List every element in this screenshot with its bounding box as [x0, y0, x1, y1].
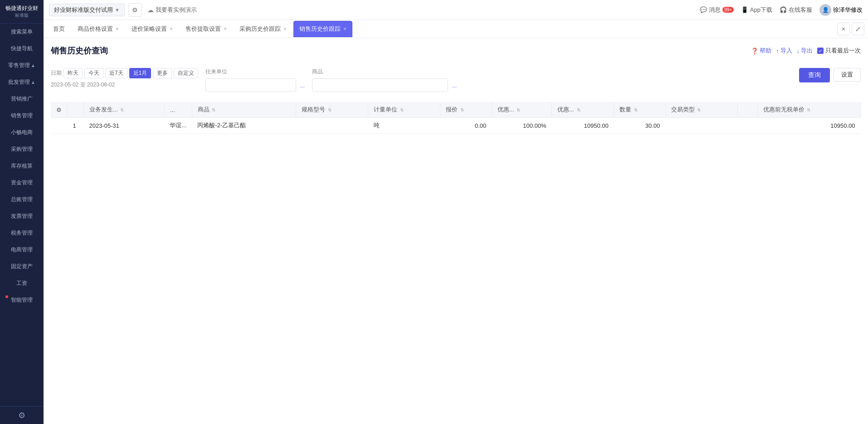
col-price[interactable]: 报价 ⇅ [440, 102, 492, 118]
tab-maximize-button[interactable]: ⤢ [852, 23, 864, 35]
date-btn-last7[interactable]: 近7天 [105, 68, 127, 78]
sidebar-item-tax[interactable]: 税务管理 [0, 225, 44, 241]
tab-sale-pickup-close-icon[interactable]: × [224, 26, 227, 32]
sidebar-label-purchase: 采购管理 [11, 145, 33, 153]
cell-product: 丙烯酸-2-乙基己酯 [192, 118, 296, 134]
sidebar-label-salary: 工资 [16, 279, 27, 287]
sidebar-item-purchase[interactable]: 采购管理 [0, 141, 44, 158]
sort-discount-rate-icon: ⇅ [517, 107, 520, 112]
tab-price-setting-close-icon[interactable]: × [116, 26, 119, 32]
col-product[interactable]: 商品 ⇅ [192, 102, 296, 118]
tab-pricing-strategy[interactable]: 进价策略设置 × [126, 21, 179, 37]
sidebar-item-ecommerce[interactable]: 电商管理 [0, 241, 44, 258]
tab-price-setting-label: 商品价格设置 [78, 25, 113, 33]
col-settings[interactable]: ⚙ [51, 102, 68, 118]
sort-pretax-price-icon: ⇅ [807, 107, 810, 112]
sidebar-item-account[interactable]: 总账管理 [0, 191, 44, 208]
user-info[interactable]: 👤 徐泽华修改 [819, 4, 863, 16]
sidebar-item-xiaochange[interactable]: 小畅电商 [0, 124, 44, 141]
col-seq [68, 102, 84, 118]
workspace-selector[interactable]: 好业财标准版交付试用 ▼ [49, 4, 125, 16]
workspace-selector-arrow-icon: ▼ [115, 7, 120, 13]
tab-purchase-history-label: 采购历史价跟踪 [239, 25, 281, 33]
tab-home[interactable]: 首页 [47, 21, 71, 37]
settings-button[interactable]: 设置 [834, 68, 861, 82]
sidebar-label-account: 总账管理 [11, 196, 33, 203]
message-button[interactable]: 💬 消息 99+ [700, 6, 734, 14]
col-discount-rate[interactable]: 优惠... ⇅ [492, 102, 551, 118]
export-link[interactable]: ↓ 导出 [797, 47, 813, 55]
date-btn-custom[interactable]: 自定义 [174, 68, 198, 78]
col-quantity[interactable]: 数量 ⇅ [614, 102, 665, 118]
tab-purchase-history-close-icon[interactable]: × [283, 26, 287, 32]
sidebar-label-invoice: 发票管理 [11, 212, 33, 220]
col-pretax-price[interactable]: 优惠前无税单价 ⇅ [757, 102, 860, 118]
sidebar-item-assets[interactable]: 固定资产 [0, 258, 44, 275]
settings-icon: ⚙ [18, 411, 25, 420]
date-btn-more[interactable]: 更多 [153, 68, 172, 78]
sidebar-item-marketing[interactable]: 营销推广 [0, 91, 44, 107]
sidebar-item-retail[interactable]: 零售管理 ▲ [0, 57, 44, 74]
date-btn-yesterday[interactable]: 昨天 [63, 68, 83, 78]
col-more[interactable]: ... [164, 102, 192, 118]
col-biz-date[interactable]: 业务发生... ⇅ [84, 102, 165, 118]
topbar-settings-button[interactable]: ⚙ [128, 3, 142, 17]
app-download-label: App下载 [750, 6, 772, 14]
tab-price-setting[interactable]: 商品价格设置 × [72, 21, 125, 37]
sidebar-item-salary[interactable]: 工资 [0, 275, 44, 292]
sidebar-item-quicknav[interactable]: 快捷导航 [0, 40, 44, 57]
col-unit-label: 计量单位 [374, 106, 397, 113]
col-spec[interactable]: 规格型号 ⇅ [296, 102, 368, 118]
sidebar-item-search[interactable]: 搜索菜单 [0, 24, 44, 40]
main-area: 好业财标准版交付试用 ▼ ⚙ ☁ 我要看实例演示 💬 消息 99+ 📱 App下… [44, 0, 868, 424]
source-unit-input[interactable] [205, 78, 296, 92]
date-btn-last1m[interactable]: 近1月 [129, 68, 151, 78]
cell-biz-date: 2023-05-31 [84, 118, 165, 134]
app-download-button[interactable]: 📱 App下载 [741, 6, 772, 14]
content-area: 销售历史价查询 ❓ 帮助 ↑ 导入 ↓ 导出 ✓ 只看最后一次 [44, 38, 868, 424]
last-only-checkbox[interactable]: ✓ 只看最后一次 [817, 47, 861, 55]
sidebar-item-smart[interactable]: 智能管理 [0, 292, 44, 308]
tab-home-label: 首页 [53, 25, 65, 33]
col-spec-label: 规格型号 [302, 106, 325, 113]
demo-link[interactable]: ☁ 我要看实例演示 [147, 6, 197, 14]
sort-product-icon: ⇅ [212, 107, 215, 112]
sidebar-label-smart: 智能管理 [11, 296, 33, 304]
sidebar-settings-button[interactable]: ⚙ [0, 406, 44, 424]
sidebar-item-inventory[interactable]: 库存核算 [0, 158, 44, 174]
tab-sales-history-close-icon[interactable]: × [343, 26, 346, 32]
sidebar-item-wholesale[interactable]: 批发管理 ▲ [0, 74, 44, 91]
tab-sale-pickup-label: 售价提取设置 [185, 25, 221, 33]
source-unit-more-button[interactable]: ... [300, 82, 305, 89]
tab-sale-pickup[interactable]: 售价提取设置 × [180, 21, 233, 37]
sidebar-item-sales[interactable]: 销售管理 [0, 107, 44, 124]
sort-price-icon: ⇅ [460, 107, 464, 112]
col-trade-type[interactable]: 交易类型 ⇅ [665, 102, 737, 118]
date-btn-today[interactable]: 今天 [84, 68, 103, 78]
sidebar-item-finance[interactable]: 资金管理 [0, 174, 44, 191]
phone-icon: 📱 [741, 6, 748, 13]
import-link[interactable]: ↑ 导入 [776, 47, 792, 55]
col-discount-amt[interactable]: 优惠... ⇅ [552, 102, 614, 118]
cell-price: 0.00 [440, 118, 492, 134]
tab-pricing-strategy-close-icon[interactable]: × [170, 26, 173, 32]
tab-close-all-button[interactable]: × [837, 23, 850, 35]
sort-unit-icon: ⇅ [400, 107, 404, 112]
sidebar-label-quicknav: 快捷导航 [11, 45, 33, 53]
sidebar-item-invoice[interactable]: 发票管理 [0, 208, 44, 225]
help-link[interactable]: ❓ 帮助 [751, 47, 771, 55]
product-more-button[interactable]: ... [452, 82, 457, 89]
sidebar-label-marketing: 营销推广 [11, 95, 33, 103]
product-input[interactable] [312, 78, 448, 92]
cell-trade-type [665, 118, 737, 134]
sort-quantity-icon: ⇅ [634, 107, 638, 112]
online-service-button[interactable]: 🎧 在线客服 [780, 6, 812, 14]
cell-unit: 吨 [368, 118, 440, 134]
smart-dot-indicator [5, 295, 8, 298]
tab-purchase-history[interactable]: 采购历史价跟踪 × [234, 21, 293, 37]
sidebar-label-sales: 销售管理 [11, 112, 33, 120]
tab-sales-history[interactable]: 销售历史价跟踪 × [293, 21, 352, 37]
help-label: 帮助 [760, 47, 771, 55]
col-unit[interactable]: 计量单位 ⇅ [368, 102, 440, 118]
query-button[interactable]: 查询 [799, 68, 830, 82]
